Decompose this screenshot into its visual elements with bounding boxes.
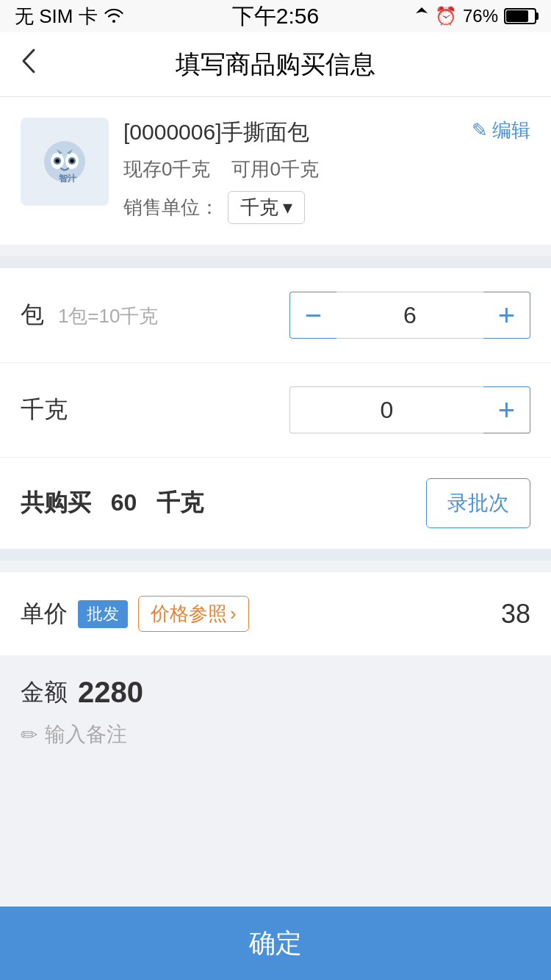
carrier-text: 无 SIM 卡 [15,4,98,29]
kg-label: 千克 [21,394,289,426]
remark-row[interactable]: ✏ 输入备注 [21,721,530,749]
bao-hint: 1包=10千克 [58,305,159,327]
total-value: 60 [111,489,137,516]
batch-button[interactable]: 录批次 [426,478,530,528]
page-content: 智汁 [0000006]手撕面包 现存0千克 可用0千克 销售单位： 千克 ▾ … [0,97,551,980]
back-button[interactable] [21,47,37,82]
price-ref-arrow: › [230,602,237,625]
amount-value: 2280 [78,676,143,709]
edit-button[interactable]: ✎ 编辑 [472,118,530,143]
battery-pct: 76% [463,6,498,26]
amount-section: 金额 2280 ✏ 输入备注 [0,655,551,763]
bao-quantity-input[interactable] [336,292,483,339]
svg-point-6 [71,159,74,163]
product-name: [0000006]手撕面包 [123,118,530,148]
confirm-button[interactable]: 确定 [0,907,551,980]
price-section: 单价 批发 价格参照 › 38 [0,572,551,655]
status-bar: 无 SIM 卡 下午2:56 ⏰ 76% [0,0,551,32]
edit-label: 编辑 [492,118,530,143]
price-reference-button[interactable]: 价格参照 › [138,596,249,632]
kg-quantity-control: + [289,386,530,433]
kg-quantity-input[interactable] [289,386,483,433]
kg-plus-button[interactable]: + [483,386,530,433]
product-info: [0000006]手撕面包 现存0千克 可用0千克 销售单位： 千克 ▾ [123,118,530,224]
svg-point-5 [56,159,60,163]
bao-plus-button[interactable]: + [483,292,530,339]
product-stock: 现存0千克 可用0千克 [123,156,530,182]
section-divider-2 [0,549,551,561]
edit-icon: ✎ [472,119,488,142]
status-time: 下午2:56 [232,1,319,32]
bao-quantity-row: 包 1包=10千克 − + [0,268,551,363]
total-label: 共购买 [21,489,91,516]
price-ref-label: 价格参照 [151,601,227,627]
status-left: 无 SIM 卡 [15,4,124,29]
amount-label: 金额 [21,677,68,709]
price-value: 38 [501,599,530,630]
bao-minus-button[interactable]: − [289,292,336,339]
unit-value: 千克 [240,195,278,220]
stock-available: 可用0千克 [231,158,318,180]
battery-fill [506,10,528,22]
product-image: 智汁 [21,118,109,206]
amount-row: 金额 2280 [21,676,530,709]
quantity-section: 包 1包=10千克 − + 千克 + [0,268,551,549]
status-right: ⏰ 76% [414,6,536,26]
total-row: 共购买 60 千克 录批次 [0,458,551,549]
page-title: 填写商品购买信息 [176,48,375,82]
pencil-icon: ✏ [21,723,37,747]
battery-bar [504,8,536,24]
confirm-label: 确定 [249,926,302,962]
remark-placeholder: 输入备注 [45,721,127,749]
total-text: 共购买 60 千克 [21,487,204,519]
wifi-icon [104,5,124,28]
unit-label: 销售单位： [123,195,219,220]
bao-label: 包 1包=10千克 [21,299,289,331]
price-label: 单价 [21,598,68,630]
total-unit: 千克 [156,489,204,516]
section-divider-1 [0,256,551,268]
price-tag: 批发 [78,600,128,628]
unit-select[interactable]: 千克 ▾ [228,191,305,224]
product-unit-row: 销售单位： 千克 ▾ [123,191,530,224]
alarm-icon: ⏰ [435,6,457,26]
kg-quantity-row: 千克 + [0,363,551,458]
nav-bar: 填写商品购买信息 [0,32,551,97]
location-icon [414,6,429,26]
product-card: 智汁 [0000006]手撕面包 现存0千克 可用0千克 销售单位： 千克 ▾ … [0,97,551,245]
svg-text:智汁: 智汁 [58,173,77,184]
bao-quantity-control: − + [289,292,530,339]
stock-current: 现存0千克 [123,158,210,180]
price-row: 单价 批发 价格参照 › 38 [21,596,530,632]
unit-dropdown-icon: ▾ [283,196,292,219]
